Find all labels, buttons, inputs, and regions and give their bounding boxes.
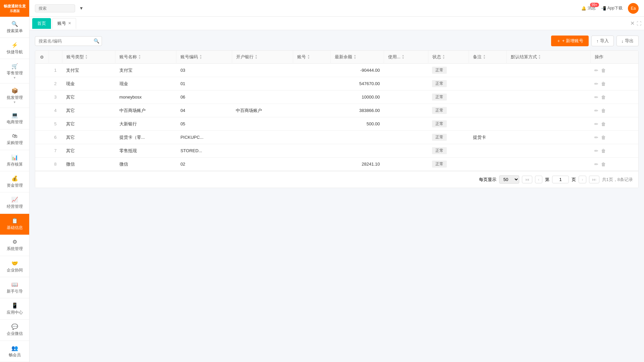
row-default-settle — [506, 144, 590, 158]
row-usage — [384, 104, 428, 117]
row-bank — [232, 158, 293, 171]
sidebar-item-wholesale[interactable]: 📦 批发管理 ▼ — [0, 83, 29, 108]
edit-icon[interactable]: ✏ — [594, 121, 598, 127]
sidebar-item-app-center[interactable]: 📱 应用中心 — [0, 298, 29, 319]
edit-icon[interactable]: ✏ — [594, 148, 598, 154]
messages-button[interactable]: 🔔 消息 99+ — [581, 5, 596, 11]
edit-icon[interactable]: ✏ — [594, 81, 598, 86]
th-account-code[interactable]: 账号编码 ▲▼ — [176, 51, 232, 64]
edit-icon[interactable]: ✏ — [594, 108, 598, 113]
tab-accounts[interactable]: 账号 ✕ — [52, 18, 76, 29]
row-actions: ✏ 🗑 — [590, 117, 638, 131]
row-account — [293, 77, 330, 90]
delete-icon[interactable]: 🗑 — [601, 108, 606, 113]
sidebar-item-quicknav[interactable]: ⚡ 快捷导航 — [0, 38, 29, 59]
close-window-icon[interactable]: ✕ — [630, 20, 635, 26]
page-first-button[interactable]: ⏮ — [522, 176, 532, 183]
th-status[interactable]: 状态 ▲▼ — [428, 51, 469, 64]
delete-icon[interactable]: 🗑 — [601, 121, 606, 127]
row-notes — [469, 104, 506, 117]
search-input[interactable] — [35, 36, 102, 46]
tab-close-icon[interactable]: ✕ — [68, 21, 71, 25]
delete-icon[interactable]: 🗑 — [601, 162, 606, 167]
row-balance: 547670.00 — [331, 77, 384, 90]
user-avatar[interactable]: Ea — [628, 3, 639, 14]
sidebar-item-enterprise[interactable]: 🤝 企业协同 — [0, 256, 29, 277]
row-bank — [232, 117, 293, 131]
sidebar-item-system[interactable]: ⚙ 系统管理 — [0, 235, 29, 256]
sort-arrows: ▲▼ — [85, 54, 88, 60]
app-center-icon: 📱 — [11, 302, 18, 309]
delete-icon[interactable]: 🗑 — [601, 95, 606, 100]
sort-arrows9: ▲▼ — [483, 54, 486, 60]
delete-icon[interactable]: 🗑 — [601, 81, 606, 86]
edit-icon[interactable]: ✏ — [594, 95, 598, 100]
sidebar-item-ecommerce[interactable]: 💻 电商管理 — [0, 108, 29, 129]
retail-icon: 🛒 — [11, 63, 18, 69]
sidebar-item-retail[interactable]: 🛒 零售管理 ▼ — [0, 59, 29, 83]
th-notes-label: 备注 — [473, 54, 482, 60]
row-account-name: 零售抵现 — [115, 144, 176, 158]
delete-icon[interactable]: 🗑 — [601, 148, 606, 154]
bell-icon: 🔔 — [581, 6, 586, 11]
edit-icon[interactable]: ✏ — [594, 162, 598, 167]
sidebar-item-wechat[interactable]: 💬 企业微信 — [0, 320, 29, 341]
page-last-button[interactable]: ⏭ — [589, 176, 599, 183]
add-account-button[interactable]: ＋ + 新增账号 — [551, 36, 589, 46]
export-icon: ↓ — [622, 39, 624, 44]
sidebar-item-purchase[interactable]: 🛍 采购管理 — [0, 129, 29, 150]
tab-home[interactable]: 首页 — [32, 18, 51, 29]
page-size-select[interactable]: 50 100 200 — [499, 175, 519, 184]
delete-icon[interactable]: 🗑 — [601, 68, 606, 73]
row-account-code: 06 — [176, 90, 232, 104]
sidebar-item-guide[interactable]: 📖 新手引导 — [0, 277, 29, 298]
page-size-label: 每页显示 — [479, 177, 496, 183]
row-usage — [384, 131, 428, 144]
row-account-type: 其它 — [62, 104, 115, 117]
quicknav-icon: ⚡ — [11, 42, 18, 48]
search-icon[interactable]: 🔍 — [94, 38, 99, 44]
header-left: ▼ — [35, 4, 84, 12]
delete-icon[interactable]: 🗑 — [601, 135, 606, 140]
th-default-settle[interactable]: 默认结算方式 ▲▼ — [506, 51, 590, 64]
chevron-down-icon: ▼ — [13, 76, 16, 79]
th-account-type[interactable]: 账号类型 ▲▼ — [62, 51, 115, 64]
import-label: 导入 — [600, 38, 609, 44]
page-label: 第 — [545, 177, 549, 183]
row-status: 正常 — [428, 117, 469, 131]
sidebar-item-inventory[interactable]: 📊 库存核算 — [0, 150, 29, 171]
th-account-name[interactable]: 账号名称 ▲▼ — [115, 51, 176, 64]
row-gear — [35, 64, 49, 77]
sidebar-item-basic-info[interactable]: 📋 基础信息 — [0, 214, 29, 235]
import-button[interactable]: ↑ 导入 — [591, 36, 614, 46]
sidebar: 畅捷通财生意 乐惠版 🔍 搜索菜单 ⚡ 快捷导航 🛒 零售管理 ▼ 📦 批发管理… — [0, 0, 30, 362]
row-account — [293, 144, 330, 158]
export-button[interactable]: ↓ 导出 — [616, 36, 639, 46]
page-number-input[interactable] — [552, 176, 569, 183]
maximize-window-icon[interactable]: ⛶ — [637, 21, 641, 26]
th-gear[interactable]: ⚙ — [35, 51, 49, 64]
page-next-button[interactable]: › — [579, 176, 586, 183]
search-nav-icon: 🔍 — [11, 21, 18, 27]
th-notes[interactable]: 备注 ▲▼ — [469, 51, 506, 64]
dropdown-button[interactable]: ▼ — [79, 6, 84, 11]
download-icon: 📲 — [601, 6, 606, 11]
th-account[interactable]: 账号 ▲▼ — [293, 51, 330, 64]
th-bank[interactable]: 开户银行 ▲▼ — [232, 51, 293, 64]
sidebar-item-operations[interactable]: 📈 经营管理 — [0, 192, 29, 214]
top-search-input[interactable] — [35, 4, 75, 12]
sidebar-item-capital[interactable]: 💰 资金管理 — [0, 171, 29, 192]
sidebar-item-member[interactable]: 👥 畅会员 — [0, 341, 29, 362]
app-download-button[interactable]: 📲 App下载 — [601, 5, 623, 11]
sort-arrows4: ▲▼ — [255, 54, 258, 60]
row-account-name: moneybosx — [115, 90, 176, 104]
edit-icon[interactable]: ✏ — [594, 68, 598, 73]
sort-arrows3: ▲▼ — [199, 54, 202, 60]
avatar-initials: Ea — [631, 6, 636, 11]
sidebar-item-label: 经营管理 — [7, 204, 23, 209]
page-prev-button[interactable]: ‹ — [535, 176, 542, 183]
th-usage[interactable]: 使用... ▲▼ — [384, 51, 428, 64]
th-balance[interactable]: 最新余额 ▲▼ — [331, 51, 384, 64]
sidebar-item-search[interactable]: 🔍 搜索菜单 — [0, 17, 29, 38]
edit-icon[interactable]: ✏ — [594, 135, 598, 140]
